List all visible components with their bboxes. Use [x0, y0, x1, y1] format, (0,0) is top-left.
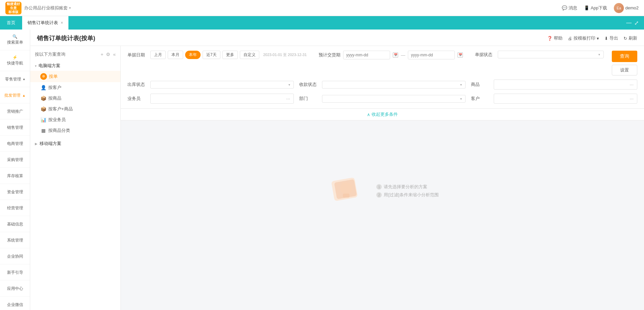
tree-parent-label: 电脑端方案 — [39, 63, 60, 69]
tab-minimize-icon[interactable]: — — [626, 20, 632, 26]
sidebar-item-finance[interactable]: 资金管理 — [0, 184, 30, 200]
add-scheme-icon[interactable]: + — [101, 52, 103, 57]
sidebar-item-purchase[interactable]: 采购管理 — [0, 152, 30, 168]
sidebar-item-wechat[interactable]: 企业微信 — [0, 297, 30, 310]
expected-date-to[interactable] — [408, 51, 455, 59]
sidebar-item-ecommerce[interactable]: 电商管理 — [0, 136, 30, 152]
tab-maximize-icon[interactable]: ⤢ — [634, 20, 639, 26]
reset-btn[interactable]: 设置 — [612, 65, 637, 75]
left-panel-title: 按以下方案查询 — [35, 51, 65, 57]
ship-status-arrow: ▾ — [288, 83, 290, 87]
collapse-conditions-btn[interactable]: ∧ 收起更多条件 — [367, 111, 398, 117]
svg-rect-3 — [343, 194, 350, 198]
refresh-icon: ↻ — [624, 36, 627, 41]
sidebar-item-retail[interactable]: 零售管理 ▾ — [0, 71, 30, 87]
svg-point-2 — [340, 182, 352, 194]
goods-label: 商品 — [471, 82, 491, 88]
collapse-icon: ∧ — [367, 112, 370, 117]
sidebar-item-quick-nav[interactable]: ⚡ 快捷导航 — [0, 50, 30, 71]
calendar-to-icon[interactable]: 📅 — [458, 52, 463, 58]
avatar: Ea — [614, 3, 624, 13]
tree-child-by-category[interactable]: ▦ 按商品分类 — [30, 125, 120, 136]
app-download-btn[interactable]: 📱 App下载 — [584, 5, 607, 11]
goods-ellipsis: ··· — [630, 82, 634, 87]
sidebar-item-marketing[interactable]: 营销推广 — [0, 103, 30, 119]
by-category-label: 按商品分类 — [48, 127, 70, 134]
quick-nav-icon: ⚡ — [1, 55, 29, 60]
tree-child-by-product[interactable]: 📦 按商品 — [30, 93, 120, 104]
dept-select[interactable]: ▾ — [322, 95, 466, 103]
industry-dropdown[interactable]: ▾ — [69, 6, 71, 10]
by-product-label: 按商品 — [48, 95, 61, 101]
empty-illustration — [326, 167, 366, 208]
content-area: 销售订单统计表(按单) ❓ 帮助 🖨 按模板打印 ▾ ⬇ 导出 ↻ 刷新 — [30, 30, 644, 310]
date-btn-more[interactable]: 更多 — [222, 51, 238, 59]
tree-parent-desktop[interactable]: ▾ 电脑端方案 — [30, 61, 120, 71]
tab-close-icon[interactable]: × — [61, 20, 63, 25]
query-btn[interactable]: 查询 — [612, 51, 637, 62]
ship-status-select[interactable]: ▾ — [150, 81, 294, 89]
sidebar-item-wholesale[interactable]: 批发管理 ▲ — [0, 87, 30, 103]
tree-section-desktop: ▾ 电脑端方案 单 按单 👤 按客户 📦 按商品 — [30, 59, 120, 137]
status-select[interactable]: ▾ — [498, 51, 604, 58]
customer-select[interactable]: ··· — [494, 94, 637, 104]
customer-label: 客户 — [471, 96, 491, 102]
sidebar-item-sales[interactable]: 销售管理 — [0, 119, 30, 136]
date-btn-last-month[interactable]: 上月 — [150, 51, 166, 59]
sidebar-item-newbie[interactable]: 新手引导 — [0, 264, 30, 280]
date-btn-custom[interactable]: 自定义 — [240, 51, 259, 59]
status-select-arrow: ▾ — [598, 53, 600, 56]
sidebar-item-enterprise[interactable]: 企业协同 — [0, 248, 30, 264]
message-btn[interactable]: 💬 消息 — [562, 5, 577, 11]
tab-bar: 首页 销售订单统计表 × — ⤢ — [0, 16, 644, 30]
user-profile[interactable]: Ea demo2 — [614, 3, 639, 13]
date-btn-this-month[interactable]: 本月 — [168, 51, 183, 59]
tab-home[interactable]: 首页 — [0, 16, 22, 30]
tree-child-by-cust-prod[interactable]: 📦 按客户+商品 — [30, 104, 120, 114]
by-customer-label: 按客户 — [48, 85, 61, 91]
user-name: demo2 — [625, 5, 639, 10]
sidebar-item-system[interactable]: 系统管理 — [0, 232, 30, 248]
date-options-group: 上月 本月 本年 近7天 更多 自定义 — [150, 51, 259, 59]
status-label: 单据状态 — [475, 52, 495, 58]
collapse-panel-icon[interactable]: « — [113, 52, 116, 57]
staff-select[interactable]: ··· — [150, 94, 294, 104]
empty-state: 1 请先选择要分析的方案 2 用[过滤]条件来缩小分析范围 — [121, 120, 644, 255]
tree-child-by-customer[interactable]: 👤 按客户 — [30, 82, 120, 93]
goods-select[interactable]: ··· — [494, 80, 637, 90]
help-btn[interactable]: ❓ 帮助 — [547, 35, 562, 41]
sidebar-item-inventory[interactable]: 库存核算 — [0, 168, 30, 184]
sidebar-item-operation[interactable]: 经营管理 — [0, 200, 30, 216]
receipt-status-select[interactable]: ▾ — [322, 81, 466, 89]
tree-child-by-single[interactable]: 单 按单 — [30, 71, 120, 82]
sidebar-item-basic[interactable]: 基础信息 — [0, 216, 30, 232]
date-btn-this-year[interactable]: 本年 — [185, 51, 201, 59]
settings-scheme-icon[interactable]: ⚙ — [106, 52, 110, 57]
expected-date-label: 预计交货期 — [319, 52, 340, 58]
staff-label: 业务员 — [127, 96, 148, 102]
by-customer-icon: 👤 — [40, 85, 46, 91]
dept-arrow: ▾ — [460, 97, 462, 101]
expected-date-from[interactable] — [343, 51, 390, 59]
calendar-from-icon[interactable]: 📅 — [393, 52, 398, 58]
print-btn[interactable]: 🖨 按模板打印 ▾ — [568, 35, 599, 41]
dept-label: 部门 — [299, 96, 319, 102]
sidebar-item-appstore[interactable]: 应用中心 — [0, 280, 30, 297]
refresh-btn[interactable]: ↻ 刷新 — [624, 35, 637, 41]
date-btn-7days[interactable]: 近7天 — [203, 51, 220, 59]
print-icon: 🖨 — [568, 36, 572, 41]
by-cust-prod-icon: 📦 — [40, 106, 46, 112]
message-icon: 💬 — [562, 5, 567, 10]
step2-num: 2 — [376, 192, 382, 198]
app-download-label: App下载 — [591, 5, 607, 11]
tree-mobile-expand-icon: ▶ — [35, 142, 38, 146]
export-btn[interactable]: ⬇ 导出 — [604, 35, 618, 41]
tree-parent-mobile[interactable]: ▶ 移动端方案 — [30, 139, 120, 149]
tab-label: 销售订单统计表 — [28, 20, 58, 26]
query-buttons: 查询 设置 — [609, 51, 637, 75]
tree-child-by-staff[interactable]: 📊 按业务员 — [30, 114, 120, 125]
right-panel: 单据日期 上月 本月 本年 近7天 更多 自定义 2023-01-01 至 20… — [121, 46, 644, 310]
logo-text: 畅捷通好生意 标准版 — [5, 2, 21, 14]
sidebar-item-search-menu[interactable]: 🔍 搜索菜单 — [0, 30, 30, 50]
tab-sales-order-stats[interactable]: 销售订单统计表 × — [22, 16, 68, 30]
